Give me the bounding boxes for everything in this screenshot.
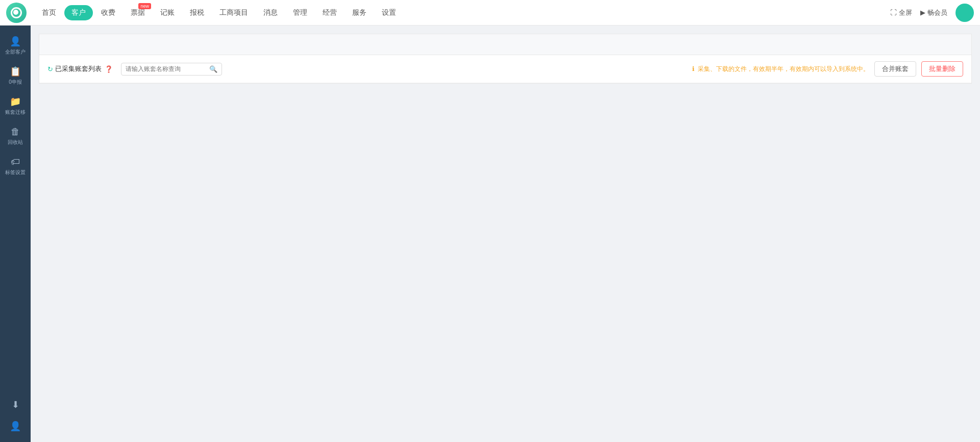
download-icon: ⬇ (10, 399, 21, 410)
sidebar-item-回收站[interactable]: 🗑回收站 (0, 121, 31, 151)
sidebar-icon: 📁 (10, 96, 21, 107)
cards-row (39, 34, 972, 55)
sidebar-label: 标签设置 (5, 169, 26, 176)
main-content: ↻ 已采集账套列表 ❓ 🔍 ℹ 采集、下载的文件，有效期半年，有效期内可以导入到… (31, 26, 980, 442)
member-btn[interactable]: ▶ 畅会员 (920, 8, 947, 17)
user-icon: 👤 (10, 421, 21, 432)
sidebar-icon: 👤 (10, 36, 21, 47)
app-logo[interactable] (6, 3, 27, 23)
hint-text: 采集、下载的文件，有效期半年，有效期内可以导入到系统中。 (698, 65, 869, 73)
sidebar-user[interactable]: 👤 (10, 415, 21, 437)
sidebar-bottom: ⬇ 👤 (10, 394, 21, 442)
main-nav: 首页客户收费票据new记账报税工商项目消息管理经营服务设置 (35, 5, 890, 20)
nav-item-票据[interactable]: 票据new (124, 5, 152, 20)
sidebar-icon: 🏷 (10, 156, 21, 167)
sidebar-download[interactable]: ⬇ (10, 394, 21, 415)
search-box: 🔍 (121, 63, 222, 76)
batch-delete-button[interactable]: 批量删除 (921, 61, 963, 77)
sidebar-label: 全部客户 (5, 48, 26, 56)
sidebar-label: 0申报 (9, 79, 22, 86)
nav-item-记账[interactable]: 记账 (153, 5, 182, 20)
nav-right: ⛶ 全屏 ▶ 畅会员 (890, 4, 974, 22)
nav-item-经营[interactable]: 经营 (315, 5, 344, 20)
sidebar-label: 账套迁移 (5, 109, 26, 116)
table-title-label: 已采集账套列表 (55, 64, 102, 73)
user-avatar[interactable] (955, 4, 974, 22)
member-icon: ▶ (920, 9, 925, 16)
nav-item-管理[interactable]: 管理 (286, 5, 314, 20)
table-area: ↻ 已采集账套列表 ❓ 🔍 ℹ 采集、下载的文件，有效期半年，有效期内可以导入到… (39, 55, 972, 84)
nav-item-客户[interactable]: 客户 (64, 5, 93, 20)
fullscreen-btn[interactable]: ⛶ 全屏 (890, 8, 912, 17)
search-icon[interactable]: 🔍 (209, 65, 217, 73)
nav-item-报税[interactable]: 报税 (183, 5, 211, 20)
toolbar-title: ↻ 已采集账套列表 ❓ (47, 64, 113, 73)
nav-item-收费[interactable]: 收费 (94, 5, 122, 20)
sidebar: 👤全部客户📋0申报📁账套迁移🗑回收站🏷标签设置 ⬇ 👤 (0, 26, 31, 442)
toolbar-hint: ℹ 采集、下载的文件，有效期半年，有效期内可以导入到系统中。 (692, 65, 869, 73)
info-icon: ℹ (692, 65, 695, 72)
nav-item-工商项目[interactable]: 工商项目 (212, 5, 255, 20)
sidebar-label: 回收站 (8, 139, 23, 146)
fullscreen-label: 全屏 (899, 8, 912, 17)
sidebar-icon: 🗑 (10, 126, 21, 137)
nav-item-首页[interactable]: 首页 (35, 5, 63, 20)
nav-item-消息[interactable]: 消息 (256, 5, 285, 20)
sidebar-item-标签设置[interactable]: 🏷标签设置 (0, 151, 31, 181)
nav-item-设置[interactable]: 设置 (375, 5, 403, 20)
refresh-icon[interactable]: ↻ (47, 65, 53, 73)
toolbar-right: ℹ 采集、下载的文件，有效期半年，有效期内可以导入到系统中。 合并账套 批量删除 (692, 61, 963, 77)
member-label: 畅会员 (927, 8, 947, 17)
table-toolbar: ↻ 已采集账套列表 ❓ 🔍 ℹ 采集、下载的文件，有效期半年，有效期内可以导入到… (39, 55, 971, 83)
merge-button[interactable]: 合并账套 (874, 61, 916, 77)
sidebar-item-全部客户[interactable]: 👤全部客户 (0, 31, 31, 61)
search-input[interactable] (126, 65, 207, 72)
nav-item-服务[interactable]: 服务 (345, 5, 374, 20)
sidebar-item-账套迁移[interactable]: 📁账套迁移 (0, 91, 31, 121)
help-icon: ❓ (105, 65, 113, 73)
sidebar-item-0申报[interactable]: 📋0申报 (0, 61, 31, 91)
fullscreen-icon: ⛶ (890, 9, 897, 16)
top-nav: 首页客户收费票据new记账报税工商项目消息管理经营服务设置 ⛶ 全屏 ▶ 畅会员 (0, 0, 980, 26)
sidebar-icon: 📋 (10, 66, 21, 77)
